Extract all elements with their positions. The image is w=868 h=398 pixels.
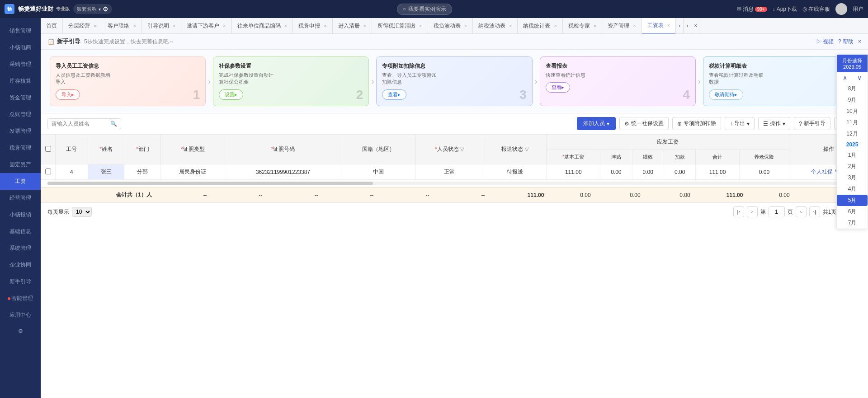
- scrollbar-thumb[interactable]: [47, 182, 373, 185]
- send-status-filter-icon[interactable]: ▽: [525, 146, 528, 152]
- month-item-6[interactable]: 6月: [837, 206, 868, 217]
- month-item-9[interactable]: 9月: [837, 94, 868, 106]
- account-settings-icon[interactable]: ⚙: [103, 5, 108, 13]
- month-item-8[interactable]: 8月: [837, 83, 868, 94]
- tab-guide[interactable]: 引导说明×: [142, 18, 181, 34]
- close-tax-report-icon[interactable]: ×: [324, 23, 326, 28]
- step-1-btn[interactable]: 导入▸: [56, 89, 80, 100]
- tab-tax-deduct[interactable]: 税负波动表×: [428, 18, 473, 34]
- close-ledger-icon[interactable]: ×: [363, 23, 366, 28]
- sidebar-item-system[interactable]: 系统管理: [0, 240, 41, 257]
- month-item-10[interactable]: 10月: [837, 106, 868, 117]
- sidebar-item-operations[interactable]: 经营管理: [0, 190, 41, 206]
- step-4-btn[interactable]: 查看▸: [546, 82, 570, 93]
- next-page-btn[interactable]: ›: [796, 206, 807, 217]
- sidebar-item-finance[interactable]: 资金管理: [0, 89, 41, 106]
- search-icon[interactable]: 🔍: [110, 121, 117, 127]
- special-deduct-btn[interactable]: ⊕ 专项附加扣除: [672, 117, 721, 130]
- demo-search[interactable]: ○ 我要看实例演示: [397, 4, 452, 15]
- close-asset-icon[interactable]: ×: [633, 23, 636, 28]
- page-size-select[interactable]: 10 20 50: [72, 207, 92, 217]
- close-tax-stat2-icon[interactable]: ×: [554, 23, 557, 28]
- sidebar-item-invoice[interactable]: 发票管理: [0, 123, 41, 140]
- close-stratified-icon[interactable]: ×: [94, 23, 96, 28]
- tab-salary[interactable]: 工资表×: [642, 18, 676, 34]
- year-2025-item[interactable]: 2025: [837, 140, 868, 150]
- user-name[interactable]: 用户: [853, 5, 863, 13]
- unified-setting-btn[interactable]: ⚙ 统一社保设置: [619, 117, 669, 130]
- export-btn[interactable]: ↑ 导出 ▾: [725, 117, 755, 130]
- horizontal-scrollbar[interactable]: [47, 182, 861, 185]
- month-item-12[interactable]: 12月: [837, 128, 868, 140]
- sidebar-item-tax[interactable]: 税务管理: [0, 140, 41, 156]
- sidebar-item-app-center[interactable]: 应用中心: [0, 307, 41, 323]
- select-all-checkbox[interactable]: [45, 146, 51, 152]
- tab-ledger[interactable]: 进入清册×: [333, 18, 372, 34]
- sidebar-item-guide[interactable]: 新手引导: [0, 273, 41, 290]
- close-invite-icon[interactable]: ×: [223, 23, 226, 28]
- close-tax-stat-icon[interactable]: ×: [509, 23, 512, 28]
- prev-page-btn[interactable]: ‹: [747, 206, 758, 217]
- sidebar-item-ledger[interactable]: 总账管理: [0, 106, 41, 123]
- tab-close-all-btn[interactable]: ×: [691, 18, 700, 34]
- close-product-icon[interactable]: ×: [284, 23, 287, 28]
- month-item-11[interactable]: 11月: [837, 117, 868, 128]
- sidebar-item-marketing[interactable]: 小畅报销: [0, 206, 41, 223]
- tab-invite[interactable]: 邀请下游客户×: [181, 18, 231, 34]
- add-employee-btn[interactable]: 添加人员 ▾: [577, 117, 616, 130]
- tab-tax-stat[interactable]: 纳税波动表×: [473, 18, 518, 34]
- status-filter-icon[interactable]: ▽: [460, 146, 464, 152]
- tab-prev-btn[interactable]: ‹: [676, 18, 684, 34]
- row-checkbox[interactable]: [45, 169, 51, 174]
- step-2-btn[interactable]: 设置▸: [219, 89, 243, 100]
- month-item-5[interactable]: 5月: [837, 195, 868, 206]
- tab-asset-mgmt[interactable]: 资产管理×: [602, 18, 642, 34]
- search-input[interactable]: [52, 121, 110, 127]
- month-item-2[interactable]: 2月: [837, 161, 868, 172]
- guide-close-btn[interactable]: ×: [858, 38, 861, 45]
- close-salary-icon[interactable]: ×: [667, 23, 670, 28]
- help-link[interactable]: ? 帮助: [838, 38, 854, 46]
- account-selector[interactable]: 账套名称 ▾ ⚙: [73, 4, 112, 14]
- close-tax-calc-icon[interactable]: ×: [419, 23, 422, 28]
- page-input[interactable]: [769, 206, 785, 217]
- sidebar-item-inventory[interactable]: 库存核算: [0, 73, 41, 89]
- tab-next-btn[interactable]: ›: [684, 18, 691, 34]
- search-box[interactable]: 🔍: [47, 118, 121, 129]
- first-page-btn[interactable]: |‹: [733, 206, 744, 217]
- month-next-btn[interactable]: ∨: [856, 73, 863, 82]
- sidebar-item-cooperation[interactable]: 企业协同: [0, 257, 41, 273]
- online-service-btn[interactable]: ◎ 在线客服: [802, 5, 830, 13]
- step-3-btn[interactable]: 查看▸: [382, 89, 406, 100]
- month-picker-header[interactable]: 月份选择 2023.05: [837, 55, 868, 72]
- month-item-7[interactable]: 7月: [837, 217, 868, 229]
- month-item-1[interactable]: 1月: [837, 150, 868, 161]
- close-tax-expert-icon[interactable]: ×: [594, 23, 596, 28]
- close-customer-icon[interactable]: ×: [133, 23, 136, 28]
- video-link[interactable]: ▷ 视频: [816, 38, 834, 46]
- tab-tax-stat2[interactable]: 纳税统计表×: [518, 18, 562, 34]
- close-guide-icon[interactable]: ×: [173, 23, 175, 28]
- sidebar-item-sales[interactable]: 销售管理: [0, 23, 41, 39]
- sidebar-item-basic[interactable]: 基础信息: [0, 223, 41, 240]
- app-download-btn[interactable]: ↓ App下载: [773, 5, 797, 13]
- step-5-btn[interactable]: 敬请期待▸: [709, 89, 743, 100]
- last-page-btn[interactable]: ›|: [809, 206, 820, 217]
- tab-tax-calc[interactable]: 所得税汇算清缴×: [372, 18, 428, 34]
- sidebar-item-salary[interactable]: 工资: [0, 173, 41, 190]
- month-item-3[interactable]: 3月: [837, 172, 868, 183]
- month-prev-btn[interactable]: ∧: [842, 73, 848, 82]
- sidebar-item-assets[interactable]: 固定资产: [0, 156, 41, 173]
- sidebar-item-purchase[interactable]: 采购管理: [0, 56, 41, 73]
- personal-social-insurance-link[interactable]: 个人社保: [811, 169, 833, 175]
- user-avatar[interactable]: [835, 3, 847, 15]
- tab-tax-expert[interactable]: 税检专家×: [563, 18, 602, 34]
- month-item-4[interactable]: 4月: [837, 183, 868, 195]
- messages-btn[interactable]: ✉ 消息 99+: [737, 5, 767, 13]
- tab-tax-report[interactable]: 税务申报×: [293, 18, 332, 34]
- sidebar-item-ecommerce[interactable]: 小畅电商: [0, 39, 41, 56]
- tab-home[interactable]: 首页: [41, 18, 63, 34]
- close-tax-deduct-icon[interactable]: ×: [464, 23, 467, 28]
- tab-stratified[interactable]: 分层经营×: [63, 18, 102, 34]
- tab-customer[interactable]: 客户联络×: [102, 18, 142, 34]
